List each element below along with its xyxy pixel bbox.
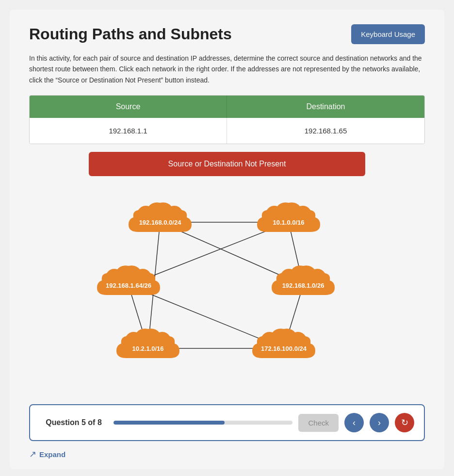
instructions-text: In this activity, for each pair of sourc… xyxy=(29,53,425,85)
check-button[interactable]: Check xyxy=(298,414,339,432)
cloud-net2[interactable]: 10.1.0.0/16 xyxy=(252,200,325,244)
table-body: 192.168.1.1 192.168.1.65 xyxy=(30,118,424,144)
destination-value: 192.168.1.65 xyxy=(227,118,424,144)
cloud-net3[interactable]: 192.168.1.64/26 xyxy=(92,263,165,307)
source-header: Source xyxy=(30,96,227,118)
next-button[interactable]: › xyxy=(370,413,389,432)
expand-bar[interactable]: ↗ Expand xyxy=(29,449,425,460)
not-present-button[interactable]: Source or Destination Not Present xyxy=(89,152,365,176)
prev-button[interactable]: ‹ xyxy=(344,413,364,432)
question-label: Question 5 of 8 xyxy=(40,418,108,427)
reset-button[interactable]: ↻ xyxy=(395,413,414,432)
page-container: Routing Paths and Subnets Keyboard Usage… xyxy=(10,10,444,469)
cloud-net4[interactable]: 192.168.1.0/26 xyxy=(267,263,340,307)
source-value: 192.168.1.1 xyxy=(30,118,227,144)
progress-bar xyxy=(114,421,292,425)
ip-table: Source Destination 192.168.1.1 192.168.1… xyxy=(29,95,425,144)
connections-svg xyxy=(29,186,425,394)
bottom-bar: Question 5 of 8 Check ‹ › ↻ xyxy=(29,404,425,441)
expand-icon: ↗ xyxy=(29,449,36,460)
keyboard-usage-button[interactable]: Keyboard Usage xyxy=(351,24,425,44)
destination-header: Destination xyxy=(227,96,424,118)
cloud-net6[interactable]: 172.16.100.0/24 xyxy=(247,327,320,370)
progress-bar-fill xyxy=(114,421,225,425)
table-header: Source Destination xyxy=(30,96,424,118)
expand-label: Expand xyxy=(39,450,65,459)
page-title: Routing Paths and Subnets xyxy=(29,25,232,43)
header-row: Routing Paths and Subnets Keyboard Usage xyxy=(29,24,425,44)
cloud-net1[interactable]: 192.168.0.0/24 xyxy=(124,200,196,244)
cloud-net5[interactable]: 10.2.1.0/16 xyxy=(112,327,184,370)
network-diagram: 192.168.0.0/2410.1.0.0/16192.168.1.64/26… xyxy=(29,186,425,394)
